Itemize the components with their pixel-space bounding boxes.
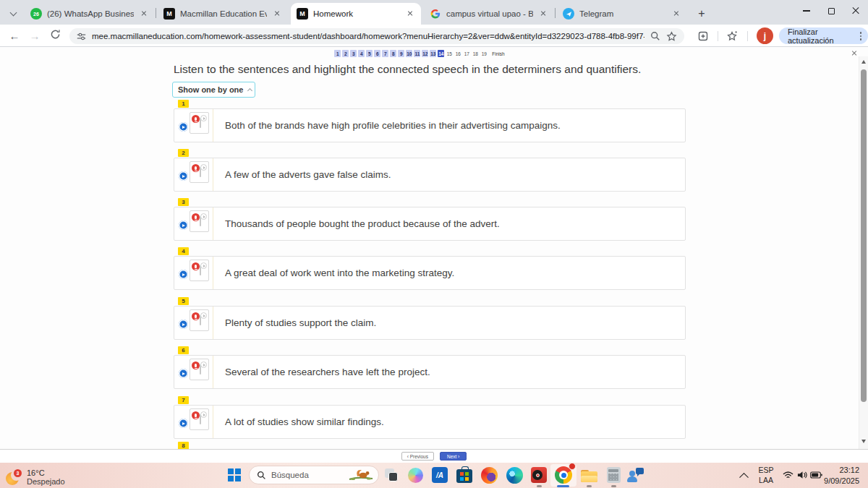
- back-button[interactable]: ←: [6, 27, 23, 45]
- reload-button[interactable]: [46, 27, 64, 45]
- tab-search-button[interactable]: [7, 7, 20, 20]
- window-minimize-button[interactable]: [794, 0, 819, 22]
- tray-expand-button[interactable]: [735, 466, 752, 484]
- page-number[interactable]: 19: [480, 51, 488, 56]
- firefox-button[interactable]: [480, 466, 498, 484]
- address-bar[interactable]: mee.macmillaneducation.com/homework-asse…: [69, 28, 684, 44]
- tab-close-icon[interactable]: [538, 9, 548, 19]
- forward-button[interactable]: →: [26, 27, 43, 45]
- sparkle-star-icon[interactable]: [726, 30, 739, 43]
- audio-play-button[interactable]: [179, 122, 188, 132]
- record-mic-button[interactable]: [192, 213, 200, 221]
- update-chrome-button[interactable]: Finalizar actualización: [779, 27, 868, 44]
- taskbar-search-box[interactable]: Búsqueda: [249, 466, 379, 484]
- language-indicator[interactable]: ESP LAA: [755, 464, 777, 487]
- page-number[interactable]: 7: [382, 50, 388, 57]
- sentence-text[interactable]: Several of the researchers have left the…: [225, 356, 678, 388]
- tab-telegram[interactable]: Telegram: [557, 3, 687, 25]
- calculator-button[interactable]: [605, 466, 622, 484]
- finish-link[interactable]: Finish: [492, 51, 504, 56]
- audio-play-button[interactable]: [179, 171, 188, 181]
- page-number[interactable]: 11: [414, 50, 420, 57]
- page-number[interactable]: 15: [446, 51, 453, 56]
- sentence-text[interactable]: A few of the adverts gave false claims.: [225, 158, 678, 191]
- file-explorer-button[interactable]: [580, 466, 597, 484]
- tab-close-icon[interactable]: [671, 9, 681, 19]
- page-number[interactable]: 1: [334, 50, 341, 57]
- page-number[interactable]: 6: [374, 50, 380, 57]
- scrollbar-thumb[interactable]: [861, 69, 867, 402]
- record-mic-button[interactable]: [192, 411, 200, 419]
- site-settings-icon[interactable]: [77, 32, 86, 41]
- pager-close-icon[interactable]: [851, 50, 858, 57]
- sentence-text[interactable]: A great deal of work went into the marke…: [225, 257, 678, 289]
- app-a-button[interactable]: /A: [431, 466, 448, 484]
- page-number[interactable]: 16: [454, 51, 461, 56]
- page-number[interactable]: 5: [366, 50, 373, 57]
- scrollbar-up-icon[interactable]: [861, 60, 866, 64]
- sentence-text[interactable]: Thousands of people bought the product b…: [225, 207, 678, 240]
- clock-widget[interactable]: 23:12 9/09/2025: [814, 464, 859, 487]
- show-one-by-one-button[interactable]: Show one by one: [172, 82, 255, 98]
- chrome-taskbar-button[interactable]: [550, 464, 576, 487]
- record-mic-button[interactable]: [192, 361, 200, 369]
- zoom-icon[interactable]: [650, 31, 660, 41]
- edge-button[interactable]: [506, 466, 523, 484]
- microsoft-store-button[interactable]: [456, 466, 473, 484]
- audio-play-button[interactable]: [179, 221, 188, 230]
- audio-play-button[interactable]: [179, 320, 188, 329]
- tab-close-icon[interactable]: [405, 9, 415, 19]
- sentence-text[interactable]: A lot of studies show similar findings.: [225, 406, 678, 438]
- page-scrollbar[interactable]: [859, 56, 868, 449]
- window-maximize-button[interactable]: [819, 0, 843, 22]
- page-number[interactable]: 2: [342, 50, 349, 57]
- window-close-button[interactable]: [843, 0, 868, 22]
- page-number[interactable]: 10: [406, 50, 412, 57]
- recording-play-button[interactable]: [200, 213, 207, 220]
- recording-play-button[interactable]: [200, 411, 207, 418]
- profile-avatar[interactable]: j: [757, 27, 773, 44]
- recording-play-button[interactable]: [200, 312, 207, 319]
- recording-play-button[interactable]: [200, 262, 207, 269]
- record-mic-button[interactable]: [192, 312, 200, 320]
- recording-play-button[interactable]: [200, 164, 207, 171]
- tab-close-icon[interactable]: [139, 9, 149, 19]
- tab-google-search[interactable]: campus virtual upao - Buscar co: [424, 3, 554, 25]
- recording-play-button[interactable]: [200, 115, 207, 121]
- record-mic-button[interactable]: [192, 164, 200, 172]
- sentence-text[interactable]: Both of the brands have high profile cel…: [225, 109, 678, 142]
- page-number[interactable]: 12: [422, 50, 428, 57]
- page-number[interactable]: 18: [472, 51, 479, 56]
- next-button[interactable]: Next ›: [440, 452, 467, 461]
- record-mic-button[interactable]: [192, 262, 200, 270]
- previous-button[interactable]: ‹ Previous: [401, 452, 434, 461]
- people-chat-button[interactable]: [626, 466, 644, 484]
- scrollbar-down-icon[interactable]: [861, 440, 866, 443]
- page-number[interactable]: 8: [390, 50, 396, 57]
- audio-play-button[interactable]: [179, 270, 188, 279]
- red-app-button[interactable]: [530, 466, 548, 484]
- sentence-text[interactable]: Plenty of studies support the claim.: [225, 307, 678, 339]
- copilot-button[interactable]: [407, 466, 424, 484]
- new-tab-button[interactable]: +: [693, 5, 710, 22]
- bookmark-star-icon[interactable]: [666, 31, 677, 42]
- page-number[interactable]: 17: [463, 51, 470, 56]
- tab-whatsapp[interactable]: 26 (26) WhatsApp Business: [25, 3, 155, 25]
- menu-kebab-icon[interactable]: [856, 30, 865, 43]
- page-number[interactable]: 4: [358, 50, 365, 57]
- squirrel-doodle-icon[interactable]: [348, 468, 374, 482]
- collections-icon[interactable]: [697, 30, 710, 43]
- weather-widget[interactable]: 3 16°C Despejado: [6, 464, 65, 488]
- tab-macmillan-home[interactable]: M Macmillan Education Everywher: [158, 3, 288, 25]
- page-number[interactable]: 13: [430, 50, 436, 57]
- page-number[interactable]: 9: [398, 50, 404, 57]
- recording-play-button[interactable]: [200, 361, 207, 368]
- start-button[interactable]: [226, 466, 243, 484]
- audio-play-button[interactable]: [179, 419, 188, 428]
- audio-play-button[interactable]: [179, 369, 188, 378]
- tab-close-icon[interactable]: [272, 9, 282, 19]
- tab-homework-active[interactable]: M Homework: [291, 3, 421, 25]
- record-mic-button[interactable]: [192, 115, 200, 123]
- task-view-button[interactable]: [383, 466, 400, 484]
- page-number[interactable]: 3: [350, 50, 357, 57]
